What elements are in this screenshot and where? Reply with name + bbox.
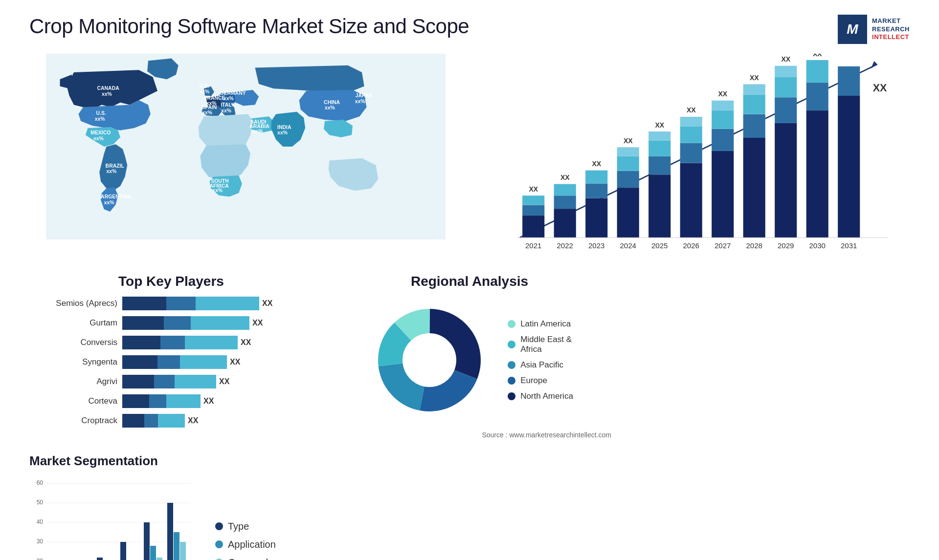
svg-rect-44 [680, 163, 702, 238]
seg-mid [144, 414, 158, 428]
player-bar-gurtam: XX [122, 316, 303, 330]
seg-light [175, 375, 216, 388]
donut-center [403, 334, 456, 387]
players-title: Top Key Players [29, 274, 313, 289]
svg-rect-70 [806, 60, 828, 83]
svg-text:xx%: xx% [224, 96, 234, 101]
regional-legend: Latin America Middle East &Africa Asia P… [508, 319, 573, 401]
svg-text:XX: XX [873, 82, 887, 94]
svg-rect-29 [585, 171, 607, 184]
svg-rect-115 [180, 542, 186, 560]
svg-text:30: 30 [37, 538, 44, 545]
us-label: U.S. [96, 110, 106, 116]
geography-label: Geography [228, 557, 276, 560]
seg-light [166, 394, 201, 408]
svg-rect-59 [743, 84, 765, 95]
svg-text:2027: 2027 [715, 241, 731, 250]
player-row-syngenta: Syngenta XX [39, 355, 303, 369]
svg-rect-62 [775, 123, 797, 237]
latin-america-dot [508, 320, 515, 328]
seg-mid [160, 336, 185, 349]
svg-text:50: 50 [37, 499, 44, 506]
svg-rect-52 [712, 110, 734, 129]
svg-rect-57 [743, 114, 765, 138]
svg-rect-45 [680, 143, 702, 163]
svg-text:XX: XX [813, 54, 822, 58]
player-row-conversis: Conversis XX [39, 336, 303, 349]
svg-rect-28 [585, 184, 607, 198]
logo-area: M MARKET RESEARCH INTELLECT [838, 15, 910, 44]
svg-text:xx%: xx% [277, 130, 288, 135]
player-row-semios: Semios (Aprecs) XX [39, 297, 303, 310]
svg-text:xx%: xx% [93, 136, 104, 141]
legend-mea: Middle East &Africa [508, 335, 573, 354]
france-label: FRANCE [204, 95, 225, 101]
svg-text:xx%: xx% [95, 116, 105, 122]
svg-text:XX: XX [655, 121, 664, 129]
header: Crop Monitoring Software Market Size and… [29, 15, 910, 44]
argentina-label: ARGENTINA [101, 194, 132, 199]
svg-text:2024: 2024 [620, 241, 636, 250]
bar-2021-dark [522, 215, 544, 237]
seg-dark [122, 336, 160, 349]
logo-box: M [838, 15, 867, 44]
uk-label: U.K. [200, 83, 210, 88]
svg-text:20: 20 [37, 558, 44, 560]
svg-text:2029: 2029 [778, 241, 794, 250]
bar-2021-mid [522, 205, 544, 216]
svg-rect-74 [838, 66, 860, 96]
svg-rect-64 [775, 77, 797, 97]
seg-mid [157, 355, 180, 369]
svg-text:2030: 2030 [809, 241, 825, 250]
svg-rect-27 [585, 198, 607, 238]
svg-rect-47 [680, 117, 702, 126]
seg-dark [122, 394, 149, 408]
mea-dot [508, 341, 515, 348]
europe-label: Europe [520, 376, 547, 386]
legend-application: Application [215, 539, 276, 550]
player-name-corteva: Corteva [39, 396, 117, 406]
svg-text:XX: XX [781, 55, 790, 63]
svg-rect-111 [156, 558, 162, 560]
svg-text:xx%: xx% [107, 169, 117, 174]
svg-text:XX: XX [560, 173, 570, 181]
svg-text:xx%: xx% [221, 108, 231, 113]
player-name-syngenta: Syngenta [39, 357, 117, 367]
svg-rect-46 [680, 126, 702, 143]
svg-rect-58 [743, 95, 765, 114]
logo-line3: INTELLECT [872, 33, 910, 42]
north-america-label: North America [520, 391, 573, 401]
logo-letter: M [847, 22, 858, 37]
seg-dark [122, 375, 154, 388]
type-label: Type [228, 521, 249, 532]
svg-text:xx%: xx% [253, 129, 263, 134]
bar-2021-light [522, 195, 544, 205]
segmentation-section: Market Segmentation 0 10 20 30 40 50 60 [29, 453, 313, 560]
player-row-corteva: Corteva XX [39, 394, 303, 408]
india-label: INDIA [277, 125, 291, 130]
legend-north-america: North America [508, 391, 573, 401]
player-row-agrivi: Agrivi XX [39, 375, 303, 388]
svg-rect-114 [174, 532, 179, 560]
svg-rect-50 [712, 151, 734, 237]
player-value-croptrack: XX [188, 416, 198, 425]
seg-mid [149, 394, 166, 408]
svg-rect-40 [648, 140, 671, 156]
svg-rect-51 [712, 129, 734, 151]
svg-text:2023: 2023 [588, 241, 604, 250]
seg-light [185, 336, 238, 349]
logo-line2: RESEARCH [872, 25, 910, 34]
svg-rect-39 [648, 156, 671, 175]
player-value-semios: XX [262, 299, 272, 308]
svg-text:60: 60 [37, 479, 44, 486]
svg-rect-113 [167, 503, 173, 560]
svg-rect-24 [554, 184, 576, 196]
svg-rect-23 [554, 195, 576, 209]
svg-rect-110 [150, 546, 156, 560]
svg-rect-53 [712, 101, 734, 110]
svg-text:xx%: xx% [212, 188, 223, 193]
svg-rect-63 [775, 97, 797, 123]
asia-pacific-dot [508, 361, 515, 369]
player-value-corteva: XX [203, 397, 214, 406]
seg-mid [166, 297, 196, 310]
